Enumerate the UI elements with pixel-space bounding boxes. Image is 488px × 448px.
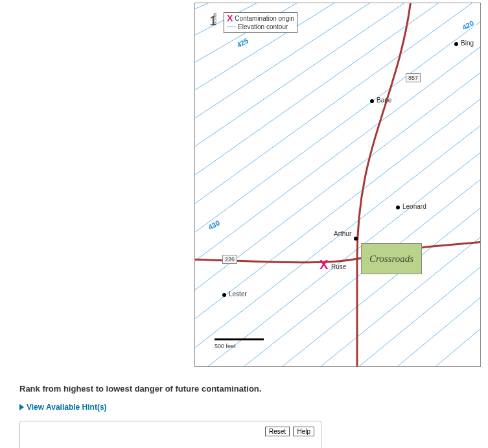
svg-line-18 — [351, 3, 480, 366]
north-label: North — [212, 12, 218, 25]
ranking-panel: Reset Help Lester Bane Bing Leonard Arth… — [19, 421, 321, 448]
crossroads-box: Crossroads — [361, 243, 422, 274]
contamination-origin-icon: X — [320, 257, 328, 272]
topographic-map: 1North X Contamination origin Elevation … — [194, 3, 481, 367]
town-label-leonard: Leonard — [402, 203, 426, 210]
legend-contour-label: Elevation contour — [238, 23, 288, 31]
svg-line-13 — [195, 3, 480, 366]
town-label-ruse: Ruse — [331, 263, 346, 270]
hint-toggle[interactable]: View Available Hint(s) — [19, 403, 488, 412]
scale-bar: 500 feet — [215, 338, 264, 349]
svg-line-7 — [195, 3, 480, 227]
town-dot-arthur — [354, 237, 358, 241]
svg-line-14 — [195, 3, 480, 366]
scale-line — [215, 338, 264, 340]
scale-label: 500 feet — [215, 343, 264, 349]
legend-line-icon — [227, 27, 236, 27]
legend-x-icon: X — [227, 14, 233, 23]
town-label-lester: Lester — [229, 290, 247, 298]
svg-line-17 — [312, 3, 480, 366]
town-label-arthur: Arthur — [334, 230, 351, 237]
town-label-bing: Bing — [461, 40, 474, 47]
town-dot-lester — [222, 293, 226, 297]
svg-line-12 — [195, 3, 480, 366]
town-dot-leonard — [396, 206, 400, 209]
caret-right-icon — [19, 404, 24, 410]
legend: X Contamination origin Elevation contour — [224, 12, 297, 33]
town-dot-bing — [454, 42, 458, 46]
question-area: Rank from highest to lowest danger of fu… — [19, 384, 488, 448]
legend-origin-label: Contamination origin — [235, 14, 294, 23]
road-label-857: 857 — [406, 73, 421, 82]
svg-line-19 — [389, 3, 480, 366]
map-svg — [195, 3, 480, 366]
svg-line-16 — [273, 3, 480, 366]
hint-label: View Available Hint(s) — [27, 403, 107, 412]
road-label-226: 226 — [222, 255, 237, 264]
help-button[interactable]: Help — [293, 427, 314, 436]
reset-button[interactable]: Reset — [265, 427, 290, 436]
prompt-text: Rank from highest to lowest danger of fu… — [19, 384, 488, 394]
town-label-bane: Bane — [377, 97, 391, 104]
crossroads-label: Crossroads — [369, 253, 413, 265]
town-dot-bane — [370, 99, 374, 103]
